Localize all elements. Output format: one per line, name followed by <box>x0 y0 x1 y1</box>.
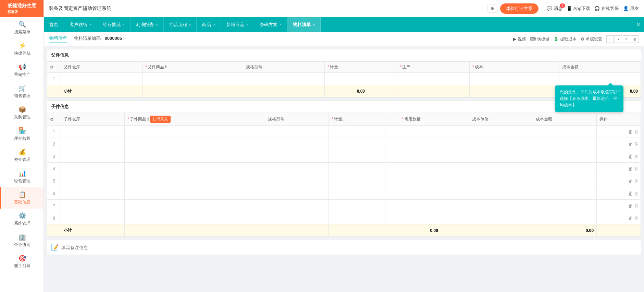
child-spec-cell[interactable] <box>265 175 329 187</box>
sidebar-item-inventory[interactable]: 🏪 库存核算 <box>0 124 44 145</box>
child-needed-qty-cell[interactable] <box>399 200 469 212</box>
parent-spec-cell[interactable] <box>243 73 324 85</box>
child-needed-qty-cell[interactable] <box>399 163 469 175</box>
sidebar-item-purchase[interactable]: 📦 采购管理 <box>0 102 44 124</box>
video-action[interactable]: ▶ 视频 <box>513 36 526 42</box>
child-spec-cell[interactable] <box>265 138 329 150</box>
child-goods-cell[interactable] <box>124 138 265 150</box>
tab-close-icon[interactable]: × <box>123 23 125 27</box>
parent-goods-cell[interactable] <box>143 73 243 85</box>
app-download-action[interactable]: 📱 App下载 <box>567 5 590 12</box>
sidebar-item-system[interactable]: ⚙️ 系统管理 <box>0 209 44 230</box>
child-spec-cell[interactable] <box>265 187 329 200</box>
tab-goods[interactable]: 商品 × <box>197 17 221 32</box>
tooltip-close-button[interactable]: × <box>618 87 621 95</box>
child-unit-cell[interactable] <box>329 212 385 224</box>
child-goods-cell[interactable] <box>124 163 265 175</box>
tab-close-icon[interactable]: × <box>189 23 191 27</box>
parent-warehouse-cell[interactable] <box>61 73 143 85</box>
delete-icon[interactable]: 🗑 <box>628 154 633 159</box>
delete-icon[interactable]: 🗑 <box>628 166 633 172</box>
tab-bom-list[interactable]: 物料清单 × <box>287 17 321 32</box>
delete-icon[interactable]: 🗑 <box>628 215 633 221</box>
shortcuts-action[interactable]: ⌨ 快捷键 <box>530 36 549 42</box>
copy-icon[interactable]: ⎘ <box>635 166 638 172</box>
experience-button[interactable]: 体验行业方案 <box>500 3 538 14</box>
sidebar-item-enterprise[interactable]: 🏢 企业协同 <box>0 230 44 251</box>
tab-close-icon[interactable]: × <box>280 23 282 27</box>
sidebar-item-marketing[interactable]: 📢 营销推广 <box>0 60 44 81</box>
child-unit-cell[interactable] <box>329 126 385 138</box>
child-needed-qty-cell[interactable] <box>399 138 469 150</box>
child-spec-cell[interactable] <box>265 212 329 224</box>
tab-close-icon[interactable]: × <box>313 23 315 27</box>
child-goods-cell[interactable] <box>124 126 265 138</box>
delete-icon[interactable]: 🗑 <box>628 129 633 135</box>
sidebar-item-search[interactable]: 🔍 搜索菜单 <box>0 17 44 38</box>
nav-prev-button[interactable]: ‹ <box>606 35 614 43</box>
child-warehouse-cell[interactable] <box>61 138 125 150</box>
copy-icon[interactable]: ⎘ <box>635 141 638 147</box>
child-warehouse-cell[interactable] <box>61 200 125 212</box>
delete-icon[interactable]: 🗑 <box>628 191 633 196</box>
tab-close-icon[interactable]: × <box>89 23 91 27</box>
child-warehouse-cell[interactable] <box>61 150 125 163</box>
child-cost-unit-cell[interactable] <box>469 138 533 150</box>
child-spec-cell[interactable] <box>265 200 329 212</box>
user-action[interactable]: 👤 用友 <box>623 5 639 12</box>
parent-cost-cell[interactable] <box>470 73 542 85</box>
child-warehouse-cell[interactable] <box>61 126 125 138</box>
delete-icon[interactable]: 🗑 <box>628 141 633 147</box>
nav-grid-button[interactable]: ⊞ <box>631 35 639 43</box>
nav-menu-button[interactable]: ≡ <box>623 35 630 43</box>
child-needed-qty-cell[interactable] <box>399 212 469 224</box>
child-goods-cell[interactable] <box>124 187 265 200</box>
child-cost-unit-cell[interactable] <box>469 163 533 175</box>
online-support-action[interactable]: 🎧 在线客服 <box>594 5 619 12</box>
child-needed-qty-cell[interactable] <box>399 175 469 187</box>
tab-close-icon[interactable]: × <box>156 23 158 27</box>
messages-action[interactable]: 💬 消息 6 <box>547 5 562 12</box>
child-goods-cell[interactable] <box>124 200 265 212</box>
settings-button[interactable]: ⚙ <box>487 4 497 13</box>
sub-tab-bom-list[interactable]: 物料清单 <box>49 35 67 43</box>
delete-icon[interactable]: 🗑 <box>628 178 633 184</box>
tab-customers[interactable]: 客户联络 × <box>64 17 97 32</box>
note-input[interactable] <box>61 245 637 250</box>
copy-icon[interactable]: ⎘ <box>635 191 638 196</box>
copy-icon[interactable]: ⎘ <box>635 178 638 184</box>
copy-icon[interactable]: ⎘ <box>635 154 638 159</box>
sidebar-item-operations[interactable]: 📊 经营管理 <box>0 166 44 187</box>
scan-button[interactable]: 扫码录入 <box>150 116 171 123</box>
copy-icon[interactable]: ⎘ <box>635 203 638 209</box>
parent-production-cell[interactable] <box>397 73 470 85</box>
child-goods-cell[interactable] <box>124 150 265 163</box>
delete-icon[interactable]: 🗑 <box>628 203 633 209</box>
child-unit-cell[interactable] <box>329 138 385 150</box>
tab-home[interactable]: 首页 <box>44 17 64 32</box>
tab-close-icon[interactable]: × <box>246 23 248 27</box>
child-unit-cell[interactable] <box>329 163 385 175</box>
tab-barcode[interactable]: 条码方案 × <box>254 17 287 32</box>
sidebar-item-sales[interactable]: 🛒 销售管理 <box>0 81 44 102</box>
child-warehouse-cell[interactable] <box>61 163 125 175</box>
child-unit-cell[interactable] <box>329 150 385 163</box>
child-spec-cell[interactable] <box>265 126 329 138</box>
sidebar-item-finance[interactable]: 💰 资金管理 <box>0 145 44 166</box>
child-goods-cell[interactable] <box>124 175 265 187</box>
child-unit-cell[interactable] <box>329 200 385 212</box>
close-all-button[interactable]: × <box>633 17 644 32</box>
nav-next-button[interactable]: › <box>615 35 622 43</box>
parent-col-settings[interactable]: ⚙ <box>47 62 61 73</box>
single-settings-action[interactable]: ⚙ 单据设置 <box>581 36 602 42</box>
child-spec-cell[interactable] <box>265 163 329 175</box>
bom-code-label[interactable]: 物料清单编码 <box>74 36 101 41</box>
child-cost-unit-cell[interactable] <box>469 126 533 138</box>
child-unit-cell[interactable] <box>329 175 385 187</box>
tab-profit-report[interactable]: 利润报告 × <box>131 17 164 32</box>
sidebar-item-basic-info[interactable]: 📋 基础信息 <box>0 187 44 209</box>
child-cost-unit-cell[interactable] <box>469 150 533 163</box>
copy-icon[interactable]: ⎘ <box>635 129 638 135</box>
child-unit-cell[interactable] <box>329 187 385 200</box>
child-warehouse-cell[interactable] <box>61 212 125 224</box>
